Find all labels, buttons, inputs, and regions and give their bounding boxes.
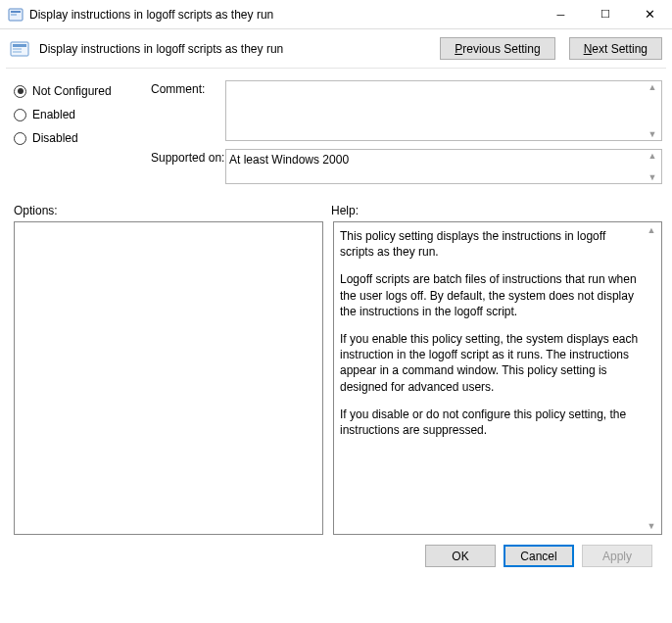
policy-icon (8, 7, 24, 23)
radio-label: Disabled (32, 131, 78, 145)
chevron-down-icon (648, 172, 657, 182)
window-title: Display instructions in logoff scripts a… (29, 8, 539, 22)
help-panel: This policy setting displays the instruc… (333, 221, 662, 535)
options-panel (14, 221, 323, 535)
svg-rect-6 (13, 51, 22, 53)
help-text: This policy setting displays the instruc… (340, 228, 642, 260)
titlebar: Display instructions in logoff scripts a… (0, 0, 672, 29)
options-label: Options: (14, 204, 331, 217)
supported-on-value: At least Windows 2000 (229, 153, 644, 167)
ok-button[interactable]: OK (425, 545, 496, 567)
policy-title: Display instructions in logoff scripts a… (39, 42, 426, 56)
window-controls: ─ ☐ ✕ (539, 0, 672, 28)
radio-dot-icon (14, 109, 26, 121)
maximize-button[interactable]: ☐ (583, 0, 627, 28)
comment-input[interactable] (225, 80, 662, 141)
radio-not-configured[interactable]: Not Configured (14, 84, 139, 98)
chevron-up-icon (648, 82, 657, 92)
state-radio-group: Not Configured Enabled Disabled (14, 80, 139, 192)
scrollbar[interactable] (645, 82, 660, 139)
close-button[interactable]: ✕ (627, 0, 672, 28)
chevron-up-icon (648, 151, 657, 161)
help-text: If you enable this policy setting, the s… (340, 331, 642, 395)
comment-label: Comment: (151, 80, 225, 96)
minimize-button[interactable]: ─ (539, 0, 583, 28)
policy-header-icon (10, 39, 29, 59)
chevron-up-icon: ▲ (648, 224, 656, 236)
previous-setting-button[interactable]: Previous Setting (440, 37, 554, 60)
radio-dot-icon (14, 132, 26, 145)
svg-rect-1 (11, 11, 21, 13)
radio-label: Enabled (32, 108, 75, 121)
header: Display instructions in logoff scripts a… (0, 29, 672, 68)
cancel-button[interactable]: Cancel (504, 545, 574, 567)
radio-enabled[interactable]: Enabled (14, 108, 139, 121)
supported-on-label: Supported on: (151, 149, 225, 165)
svg-rect-5 (13, 48, 22, 50)
svg-rect-4 (13, 44, 26, 47)
chevron-down-icon (648, 129, 657, 139)
scrollbar[interactable]: ▲▼ (644, 224, 659, 532)
scrollbar[interactable] (645, 151, 660, 182)
footer: OK Cancel Apply (14, 535, 662, 577)
help-label: Help: (331, 204, 662, 217)
radio-dot-icon (14, 85, 26, 98)
help-text: Logoff scripts are batch files of instru… (340, 271, 642, 319)
chevron-down-icon: ▼ (648, 520, 656, 532)
svg-rect-2 (11, 14, 17, 16)
divider (6, 68, 666, 69)
apply-button[interactable]: Apply (582, 545, 652, 567)
help-text: If you disable or do not configure this … (340, 407, 642, 438)
radio-label: Not Configured (32, 84, 112, 98)
radio-disabled[interactable]: Disabled (14, 131, 139, 145)
supported-on-box: At least Windows 2000 (225, 149, 662, 184)
next-setting-button[interactable]: Next Setting (569, 37, 662, 60)
